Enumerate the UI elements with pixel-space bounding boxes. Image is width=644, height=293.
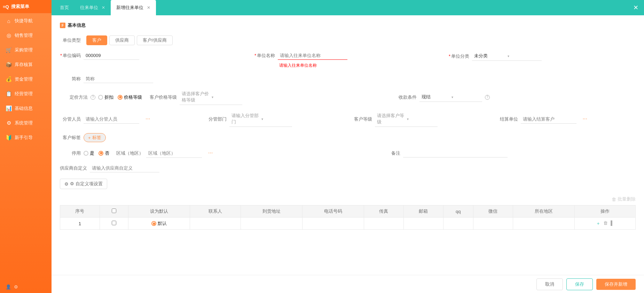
unit-code-label: *单位编码 [60, 52, 81, 59]
region-more-icon[interactable]: ··· [208, 150, 213, 156]
save-and-new-button[interactable]: 保存并新增 [596, 279, 636, 290]
sidebar-item-label: 快捷导航 [15, 18, 33, 24]
radio-price-level-label: 价格等级 [124, 94, 142, 100]
row-delete-icon[interactable]: 🗑 [603, 220, 608, 227]
region-input-wrap: ··· [146, 148, 202, 158]
sidebar-item-purchase[interactable]: 🛒 采购管理 [0, 43, 52, 57]
select-all-checkbox[interactable] [112, 209, 116, 213]
sidebar-item-system[interactable]: ⚙ 系统管理 [0, 116, 52, 130]
row-add-icon[interactable]: ＋ [596, 220, 600, 227]
pricing-help-icon[interactable]: ? [91, 95, 95, 100]
form-group-customer-tag: 客户标签 + 标签 [60, 133, 636, 142]
contact-table: 序号 设为默认 联系人 到货地址 电话号码 传真 邮箱 qq 微信 所在地区 操… [60, 205, 636, 230]
disabled-radio-group: 是 否 [84, 150, 109, 156]
sidebar-item-inventory[interactable]: 📦 库存核算 [0, 57, 52, 72]
form-group-manager: 分管人员 ··· [60, 114, 199, 124]
col-contact: 联系人 [190, 205, 241, 218]
chevron-down-icon: ▾ [508, 54, 540, 58]
radio-discount-outer [98, 95, 103, 100]
manager-label: 分管人员 [60, 116, 81, 122]
tab-new-partner[interactable]: 新增往来单位 ✕ [111, 0, 156, 15]
purchase-icon: 🛒 [6, 47, 12, 53]
home-icon: ⌂ [6, 18, 12, 24]
row-actions: ＋ 🗑 ▌ [578, 220, 632, 227]
form-group-disabled: 停用 是 否 [60, 150, 109, 156]
remark-input[interactable] [403, 149, 508, 157]
sidebar-item-quick-nav[interactable]: ⌂ 快捷导航 [0, 14, 52, 28]
radio-no-inner [100, 152, 102, 154]
tab-new-partner-label: 新增往来单位 [116, 5, 143, 11]
form-group-remark: 备注 [379, 149, 636, 157]
short-name-label: 简称 [60, 76, 81, 82]
col-email: 邮箱 [403, 205, 443, 218]
col-action: 操作 [574, 205, 635, 218]
radio-price-level[interactable]: 价格等级 [118, 94, 142, 100]
settlement-input-wrap: ··· [521, 114, 576, 124]
form-group-pricing-method: 定价方法 ? 折扣 价格等级 [60, 94, 142, 100]
form-group-payment-terms: 收款条件 现结 ▾ ? [396, 92, 636, 102]
cell-seq: 1 [60, 218, 100, 230]
sidebar-item-finance[interactable]: 💰 资金管理 [0, 72, 52, 87]
unit-name-input[interactable] [278, 51, 347, 60]
sidebar-footer: 👤 ⚙ [0, 281, 52, 293]
custom-settings-button[interactable]: ⚙ ⚙ 自定义项设置 [60, 179, 107, 189]
form-group-name: *单位名称 请输入往来单位名称 [254, 51, 441, 68]
sidebar-item-operations[interactable]: 📋 经营管理 [0, 87, 52, 101]
cancel-button[interactable]: 取消 [536, 278, 563, 290]
tab-home[interactable]: 首页 [54, 0, 74, 15]
col-seq: 序号 [60, 205, 100, 218]
customer-tag-add-button[interactable]: + 标签 [84, 133, 106, 142]
form-row-customer-tag: 客户标签 + 标签 [60, 133, 636, 142]
chevron-down-icon4: ▾ [261, 117, 290, 121]
radio-no[interactable]: 否 [99, 150, 109, 156]
unit-category-select[interactable]: 未分类 ▾ [472, 51, 542, 61]
settlement-input[interactable] [523, 116, 581, 122]
batch-delete-button[interactable]: 🗑 批量删除 [612, 196, 636, 202]
sidebar-search[interactable]: ≡Q 搜索菜单 [0, 0, 52, 14]
tab-partners-close[interactable]: ✕ [102, 5, 105, 10]
finance-icon: 💰 [6, 76, 12, 82]
row-checkbox[interactable] [112, 221, 116, 225]
manager-input[interactable] [86, 116, 144, 122]
supplier-custom-input[interactable] [90, 164, 159, 172]
btn-type-supplier[interactable]: 供应商 [109, 35, 135, 45]
customer-level-select[interactable]: 请选择客户等级 ▾ [375, 111, 438, 127]
col-region: 所在地区 [513, 205, 574, 218]
btn-type-customer[interactable]: 客户 [86, 35, 107, 45]
form-row-unit-type: 单位类型 客户 供应商 客户/供应商 [60, 35, 636, 45]
form-group-settlement: 结算单位 ··· [497, 114, 636, 124]
customer-price-level-select[interactable]: 请选择客户价格等级 ▾ [180, 89, 242, 105]
chevron-down-icon5: ▾ [407, 117, 435, 121]
payment-help-icon[interactable]: ? [485, 95, 490, 100]
settlement-more-icon[interactable]: ··· [583, 116, 587, 122]
unit-code-input[interactable] [84, 51, 139, 60]
radio-no-outer [99, 151, 103, 156]
tab-partners[interactable]: 往来单位 ✕ [74, 0, 111, 15]
tag-btn-label: 标签 [92, 135, 101, 141]
customer-tag-label: 客户标签 [60, 135, 81, 141]
section-title-label: 基本信息 [68, 22, 86, 29]
save-button[interactable]: 保存 [566, 278, 593, 290]
btn-type-both[interactable]: 客户/供应商 [137, 35, 173, 45]
dept-select[interactable]: 请输入分管部门 ▾ [229, 111, 292, 127]
sidebar-item-basic-info[interactable]: 📊 基础信息 [0, 101, 52, 116]
tab-new-partner-close[interactable]: ✕ [147, 5, 150, 10]
sidebar-item-guide[interactable]: 🔰 新手引导 [0, 130, 52, 145]
manager-more-icon[interactable]: ··· [146, 116, 150, 122]
search-icon: ≡Q [3, 4, 9, 9]
sidebar-item-label: 销售管理 [15, 32, 33, 39]
sidebar-item-sales[interactable]: ◎ 销售管理 [0, 28, 52, 43]
operations-icon: 📋 [6, 91, 12, 97]
region-input[interactable] [148, 150, 207, 156]
row-default-radio[interactable]: 默认 [132, 220, 186, 227]
sidebar-item-label: 采购管理 [15, 47, 33, 53]
dept-label: 分管部门 [206, 116, 227, 122]
cell-default: 默认 [128, 218, 190, 230]
pricing-method-label: 定价方法 [60, 94, 88, 100]
payment-terms-select[interactable]: 现结 ▾ [419, 92, 482, 102]
radio-yes[interactable]: 是 [84, 150, 94, 156]
radio-discount[interactable]: 折扣 [98, 94, 113, 100]
tab-bar-close-button[interactable]: ✕ [630, 4, 641, 11]
short-name-input[interactable] [84, 75, 153, 83]
radio-yes-label: 是 [90, 150, 94, 156]
